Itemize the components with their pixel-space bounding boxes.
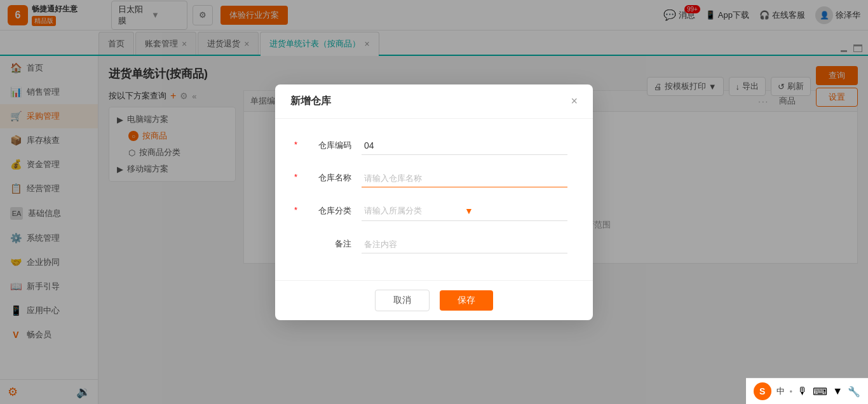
form-row-category: 仓库分类 请输入所属分类 ▼ (301, 201, 567, 221)
bottom-lang: 中 (776, 386, 785, 397)
category-placeholder: 请输入所属分类 (364, 205, 465, 217)
name-input[interactable] (362, 169, 567, 187)
bottom-bar: S 中 • 🎙 ⌨ ▼ 🔧 (746, 378, 868, 404)
dialog-footer: 取消 保存 (275, 280, 593, 320)
remark-label: 备注 (301, 238, 351, 250)
form-row-name: 仓库名称 (301, 169, 567, 187)
remark-input[interactable] (362, 235, 567, 253)
bottom-keyboard-icon[interactable]: ⌨ (813, 386, 827, 398)
name-label: 仓库名称 (301, 172, 351, 184)
modal-overlay[interactable]: 新增仓库 × 仓库编码 仓库名称 仓库分类 请输入所属分类 ▼ (0, 0, 868, 404)
dialog-header: 新增仓库 × (275, 84, 593, 119)
dialog-new-warehouse: 新增仓库 × 仓库编码 仓库名称 仓库分类 请输入所属分类 ▼ (275, 84, 593, 320)
bottom-settings-icon[interactable]: ▼ (832, 386, 843, 397)
dialog-close-icon[interactable]: × (571, 95, 578, 108)
code-input[interactable] (362, 137, 567, 155)
save-button[interactable]: 保存 (440, 290, 493, 311)
dialog-title: 新增仓库 (290, 95, 331, 108)
category-arrow-icon: ▼ (465, 206, 565, 216)
bottom-dot1: • (790, 387, 793, 396)
bottom-mic-icon[interactable]: 🎙 (797, 386, 808, 397)
category-select[interactable]: 请输入所属分类 ▼ (362, 201, 567, 221)
dialog-body: 仓库编码 仓库名称 仓库分类 请输入所属分类 ▼ 备注 (275, 119, 593, 280)
cancel-button[interactable]: 取消 (375, 290, 430, 311)
bottom-extra-icon[interactable]: 🔧 (848, 386, 860, 398)
form-row-code: 仓库编码 (301, 137, 567, 155)
code-label: 仓库编码 (301, 140, 351, 151)
bottom-logo: S (754, 382, 771, 400)
category-label: 仓库分类 (301, 205, 351, 217)
form-row-remark: 备注 (301, 235, 567, 253)
